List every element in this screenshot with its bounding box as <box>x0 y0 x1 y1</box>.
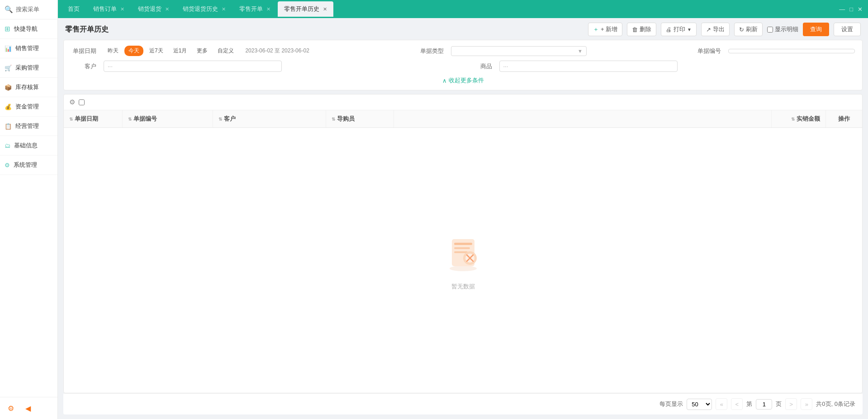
nav-sales-label: 销售管理 <box>15 44 39 52</box>
sort-date-icon[interactable]: ⇅ <box>69 117 73 122</box>
collapse-up-icon: ∧ <box>442 77 447 84</box>
date-btn-last-month[interactable]: 近1月 <box>169 46 191 56</box>
customer-input[interactable]: ··· <box>104 61 282 72</box>
sort-amount-icon[interactable]: ⇅ <box>791 117 795 122</box>
query-button[interactable]: 查询 <box>803 23 829 36</box>
tab-retail-open-close[interactable]: ✕ <box>266 6 270 12</box>
filter-row-2: 客户 ··· 商品 ··· <box>71 61 855 72</box>
tab-sales-return-label: 销货退货 <box>138 5 161 13</box>
tab-sales-return-history-label: 销货退货历史 <box>183 5 218 13</box>
nav-basic-icon: 🗂 <box>5 142 10 149</box>
sidebar-item-system[interactable]: ⚙ 系统管理 <box>0 155 57 175</box>
tab-retail-open-history-label: 零售开单历史 <box>284 5 319 13</box>
settings-button[interactable]: 设置 <box>834 23 861 36</box>
th-num-label: 单据编号 <box>133 115 157 123</box>
nav-inventory-icon: 📦 <box>5 84 12 91</box>
sidebar-item-quick-nav[interactable]: ⊞ 快捷导航 <box>0 19 57 39</box>
filter-row-1: 单据日期 昨天 今天 近7天 近1月 更多 自定义 2023-06-02 至 2… <box>71 46 855 56</box>
sidebar-item-purchase[interactable]: 🛒 采购管理 <box>0 58 57 78</box>
svg-rect-3 <box>454 247 470 249</box>
sidebar-item-operations[interactable]: 📋 经营管理 <box>0 117 57 136</box>
nav-ops-label: 经营管理 <box>15 122 39 130</box>
page-title: 零售开单历史 <box>65 25 109 34</box>
display-detail-input[interactable] <box>767 27 773 33</box>
export-button[interactable]: ↗ 导出 <box>701 23 730 36</box>
print-button[interactable]: 🖨 打印 ▼ <box>661 23 697 36</box>
doc-type-chevron-icon: ▼ <box>578 48 583 54</box>
collapse-filter-btn[interactable]: ∧ 收起更多条件 <box>442 76 484 85</box>
tab-retail-open-history[interactable]: 零售开单历史 ✕ <box>278 1 333 17</box>
tab-home[interactable]: 首页 <box>62 1 86 17</box>
delete-icon: 🗑 <box>632 26 638 33</box>
doc-type-select[interactable]: ▼ <box>451 46 587 56</box>
th-op-label: 操作 <box>838 115 850 123</box>
table-gear-btn[interactable]: ⚙ <box>69 98 75 106</box>
date-btn-custom[interactable]: 自定义 <box>213 46 238 56</box>
product-dots-icon: ··· <box>503 63 508 70</box>
th-spacer <box>394 110 772 127</box>
tab-sales-return-history[interactable]: 销货退货历史 ✕ <box>176 1 232 17</box>
nav-inventory-label: 库存核算 <box>15 83 39 91</box>
sidebar-item-finance[interactable]: 💰 资金管理 <box>0 97 57 117</box>
display-detail-checkbox[interactable]: 显示明细 <box>767 25 798 33</box>
tab-retail-open[interactable]: 零售开单 ✕ <box>233 1 277 17</box>
svg-rect-2 <box>454 243 472 245</box>
sidebar-item-sales[interactable]: 📊 销售管理 <box>0 39 57 58</box>
tab-sales-order-close[interactable]: ✕ <box>120 6 124 12</box>
tab-sales-order-label: 销售订单 <box>93 5 117 13</box>
table-header: ⇅ 单据日期 ⇅ 单据编号 ⇅ 客户 ⇅ 导购员 <box>64 110 862 128</box>
last-page-btn[interactable]: » <box>801 398 812 410</box>
nav-system-icon: ⚙ <box>5 162 10 169</box>
doc-num-label: 单据编号 <box>696 47 721 55</box>
per-page-select[interactable]: 50 10 20 100 <box>687 399 712 410</box>
delete-button[interactable]: 🗑 删除 <box>627 23 656 36</box>
prev-page-btn[interactable]: < <box>731 398 743 410</box>
page-suffix-label: 页 <box>776 400 782 408</box>
date-quick-btns: 昨天 今天 近7天 近1月 更多 自定义 <box>104 46 238 56</box>
tab-retail-open-history-close[interactable]: ✕ <box>323 6 327 12</box>
doc-num-input[interactable] <box>728 49 855 53</box>
total-info: 共0页, 0条记录 <box>816 400 855 408</box>
close-btn[interactable]: ✕ <box>858 6 863 13</box>
page-header: 零售开单历史 ＋ + 新增 🗑 删除 🖨 打印 ▼ ↗ 导出 <box>58 18 868 40</box>
tab-sales-return[interactable]: 销货退货 ✕ <box>132 1 175 17</box>
sort-num-icon[interactable]: ⇅ <box>128 117 132 122</box>
product-input[interactable]: ··· <box>499 61 678 72</box>
th-client-label: 客户 <box>224 115 236 123</box>
tab-sales-return-history-close[interactable]: ✕ <box>222 6 226 12</box>
date-btn-more[interactable]: 更多 <box>193 46 212 56</box>
tab-sales-order[interactable]: 销售订单 ✕ <box>87 1 131 17</box>
select-all-checkbox[interactable] <box>79 99 85 105</box>
collapse-sidebar-btn[interactable]: ◀ <box>22 402 34 414</box>
search-entry[interactable]: 🔍 搜索采单 <box>0 0 57 19</box>
nav-quick-label: 快捷导航 <box>14 25 38 33</box>
pagination: 每页显示 50 10 20 100 « < 第 页 > <box>63 393 863 414</box>
add-button[interactable]: ＋ + 新增 <box>588 23 622 36</box>
sidebar-item-basic-info[interactable]: 🗂 基础信息 <box>0 136 57 155</box>
date-label: 单据日期 <box>71 47 96 55</box>
sort-client-icon[interactable]: ⇅ <box>218 117 222 122</box>
empty-text: 暂无数据 <box>451 282 475 291</box>
th-guide-label: 导购员 <box>337 115 355 123</box>
minimize-btn[interactable]: — <box>839 6 845 13</box>
tab-sales-return-close[interactable]: ✕ <box>165 6 169 12</box>
nav-system-label: 系统管理 <box>14 161 37 169</box>
content-area: 零售开单历史 ＋ + 新增 🗑 删除 🖨 打印 ▼ ↗ 导出 <box>58 18 868 419</box>
date-range-display: 2023-06-02 至 2023-06-02 <box>245 47 309 55</box>
main-content: 首页 销售订单 ✕ 销货退货 ✕ 销货退货历史 ✕ 零售开单 ✕ 零售开单历史 … <box>58 0 868 419</box>
sort-guide-icon[interactable]: ⇅ <box>332 117 335 122</box>
next-page-btn[interactable]: > <box>785 398 797 410</box>
settings-icon-btn[interactable]: ⚙ <box>5 402 17 414</box>
date-btn-last7[interactable]: 近7天 <box>145 46 167 56</box>
maximize-btn[interactable]: □ <box>849 6 853 13</box>
date-btn-yesterday[interactable]: 昨天 <box>104 46 123 56</box>
page-number-input[interactable] <box>756 399 772 410</box>
refresh-button[interactable]: ↻ 刷新 <box>734 23 763 36</box>
first-page-btn[interactable]: « <box>716 398 727 410</box>
filter-area: 单据日期 昨天 今天 近7天 近1月 更多 自定义 2023-06-02 至 2… <box>63 40 863 90</box>
customer-label: 客户 <box>71 62 96 71</box>
add-icon: ＋ <box>593 25 599 33</box>
sidebar-item-inventory[interactable]: 📦 库存核算 <box>0 78 57 97</box>
header-actions: ＋ + 新增 🗑 删除 🖨 打印 ▼ ↗ 导出 ↻ <box>588 23 861 36</box>
date-btn-today[interactable]: 今天 <box>124 46 143 56</box>
